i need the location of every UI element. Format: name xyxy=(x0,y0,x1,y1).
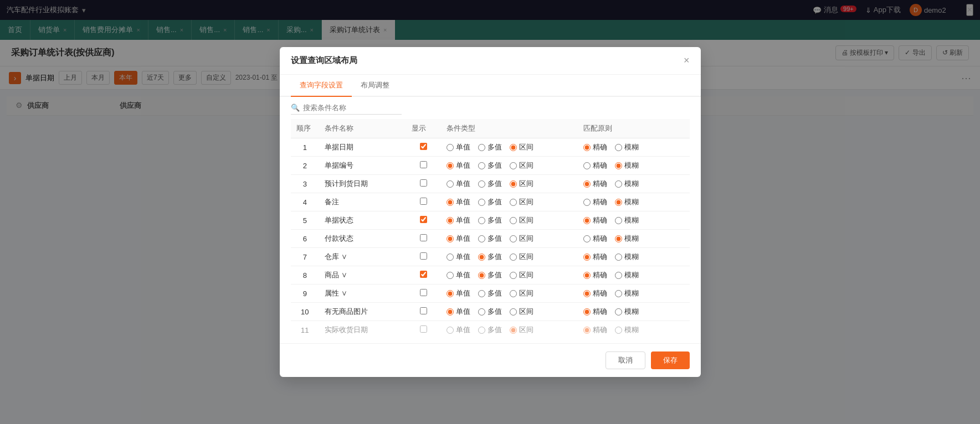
row-9-match-exact[interactable]: 精确 xyxy=(583,307,607,317)
row-6-type-single[interactable]: 单值 xyxy=(447,252,470,262)
row-8-type-single[interactable]: 单值 xyxy=(447,288,470,298)
row-5-type-range[interactable]: 区间 xyxy=(510,234,533,244)
th-type: 条件类型 xyxy=(441,119,578,138)
table-row: 7仓库 ∨单值多值区间精确模糊 xyxy=(291,248,690,266)
row-2-name: 预计到货日期 xyxy=(319,175,406,193)
row-8-show-checkbox[interactable] xyxy=(420,289,427,296)
row-6-show-checkbox[interactable] xyxy=(420,252,427,260)
row-4-match-fuzzy[interactable]: 模糊 xyxy=(615,215,639,225)
row-1-show-cell xyxy=(406,157,441,175)
row-2-match-exact[interactable]: 精确 xyxy=(583,179,607,189)
row-2-match-fuzzy[interactable]: 模糊 xyxy=(615,179,639,189)
row-2-type-range[interactable]: 区间 xyxy=(510,179,533,189)
row-9-match-fuzzy[interactable]: 模糊 xyxy=(615,307,639,317)
row-1-type-single[interactable]: 单值 xyxy=(447,161,470,170)
row-3-order: 4 xyxy=(291,193,320,211)
row-5-match-cell: 精确模糊 xyxy=(578,230,690,248)
table-row: 1单据日期单值多值区间精确模糊 xyxy=(291,138,690,157)
row-0-show-checkbox[interactable] xyxy=(420,143,427,150)
row-1-show-checkbox[interactable] xyxy=(420,161,427,168)
row-7-show-checkbox[interactable] xyxy=(420,271,427,278)
table-row: 10有无商品图片单值多值区间精确模糊 xyxy=(291,303,690,321)
row-9-type-range[interactable]: 区间 xyxy=(510,307,533,317)
dialog-tabs: 查询字段设置 布局调整 xyxy=(280,75,701,97)
row-7-type-single[interactable]: 单值 xyxy=(447,270,470,280)
dialog-close-button[interactable]: × xyxy=(684,55,690,66)
row-7-match-fuzzy[interactable]: 模糊 xyxy=(615,270,639,280)
row-10-type-single[interactable]: 单值 xyxy=(447,325,470,335)
row-3-match-cell: 精确模糊 xyxy=(578,193,690,211)
row-9-type-single[interactable]: 单值 xyxy=(447,307,470,317)
row-9-type-multi[interactable]: 多值 xyxy=(478,307,502,317)
row-10-type-range[interactable]: 区间 xyxy=(510,325,533,335)
row-4-match-cell: 精确模糊 xyxy=(578,211,690,230)
row-5-type-single[interactable]: 单值 xyxy=(447,234,470,244)
row-10-type-multi[interactable]: 多值 xyxy=(478,325,502,335)
row-2-type-single[interactable]: 单值 xyxy=(447,179,470,189)
row-4-type-multi[interactable]: 多值 xyxy=(478,215,502,225)
row-4-type-range[interactable]: 区间 xyxy=(510,215,533,225)
table-row: 2单据编号单值多值区间精确模糊 xyxy=(291,157,690,175)
row-6-name: 仓库 ∨ xyxy=(319,248,406,266)
th-show: 显示 xyxy=(406,119,441,138)
row-4-show-checkbox[interactable] xyxy=(420,216,427,223)
row-10-name: 实际收货日期 xyxy=(319,321,406,339)
row-3-type-cell: 单值多值区间 xyxy=(441,193,578,211)
row-7-order: 8 xyxy=(291,266,320,285)
row-0-type-cell: 单值多值区间 xyxy=(441,138,578,157)
row-10-match-fuzzy[interactable]: 模糊 xyxy=(615,325,639,335)
row-6-type-multi[interactable]: 多值 xyxy=(478,252,502,262)
dialog-header: 设置查询区域布局 × xyxy=(280,47,701,75)
row-3-show-checkbox[interactable] xyxy=(420,198,427,205)
row-0-match-fuzzy[interactable]: 模糊 xyxy=(615,142,639,152)
row-8-type-range[interactable]: 区间 xyxy=(510,288,533,298)
row-7-type-range[interactable]: 区间 xyxy=(510,270,533,280)
row-1-order: 2 xyxy=(291,157,320,175)
row-1-match-fuzzy[interactable]: 模糊 xyxy=(615,161,639,170)
row-3-match-fuzzy[interactable]: 模糊 xyxy=(615,197,639,207)
cancel-button[interactable]: 取消 xyxy=(606,351,645,366)
row-4-name: 单据状态 xyxy=(319,211,406,230)
row-5-show-checkbox[interactable] xyxy=(420,234,427,241)
row-6-match-fuzzy[interactable]: 模糊 xyxy=(615,252,639,262)
row-9-show-checkbox[interactable] xyxy=(420,307,427,314)
row-3-match-exact[interactable]: 精确 xyxy=(583,197,607,207)
row-4-type-cell: 单值多值区间 xyxy=(441,211,578,230)
row-0-type-multi[interactable]: 多值 xyxy=(478,142,502,152)
row-9-match-cell: 精确模糊 xyxy=(578,303,690,321)
row-1-type-range[interactable]: 区间 xyxy=(510,161,533,170)
row-1-match-exact[interactable]: 精确 xyxy=(583,161,607,170)
row-1-type-multi[interactable]: 多值 xyxy=(478,161,502,170)
search-input[interactable] xyxy=(303,104,392,112)
row-0-type-single[interactable]: 单值 xyxy=(447,142,470,152)
row-8-type-multi[interactable]: 多值 xyxy=(478,288,502,298)
row-6-match-exact[interactable]: 精确 xyxy=(583,252,607,262)
row-8-match-exact[interactable]: 精确 xyxy=(583,288,607,298)
tab-fields-label: 查询字段设置 xyxy=(300,81,343,89)
row-2-show-checkbox[interactable] xyxy=(420,179,427,187)
tab-layout[interactable]: 布局调整 xyxy=(352,75,398,97)
row-0-type-range[interactable]: 区间 xyxy=(510,142,533,152)
row-7-type-multi[interactable]: 多值 xyxy=(478,270,502,280)
row-7-match-exact[interactable]: 精确 xyxy=(583,270,607,280)
row-0-name: 单据日期 xyxy=(319,138,406,157)
row-2-type-multi[interactable]: 多值 xyxy=(478,179,502,189)
row-4-match-exact[interactable]: 精确 xyxy=(583,215,607,225)
row-3-type-multi[interactable]: 多值 xyxy=(478,197,502,207)
row-8-order: 9 xyxy=(291,285,320,303)
row-5-match-fuzzy[interactable]: 模糊 xyxy=(615,234,639,244)
row-6-type-range[interactable]: 区间 xyxy=(510,252,533,262)
row-6-type-cell: 单值多值区间 xyxy=(441,248,578,266)
table-row: 3预计到货日期单值多值区间精确模糊 xyxy=(291,175,690,193)
row-10-match-exact[interactable]: 精确 xyxy=(583,325,607,335)
row-8-match-fuzzy[interactable]: 模糊 xyxy=(615,288,639,298)
row-3-type-single[interactable]: 单值 xyxy=(447,197,470,207)
row-5-match-exact[interactable]: 精确 xyxy=(583,234,607,244)
row-3-type-range[interactable]: 区间 xyxy=(510,197,533,207)
tab-fields[interactable]: 查询字段设置 xyxy=(291,75,352,97)
row-0-match-exact[interactable]: 精确 xyxy=(583,142,607,152)
row-4-type-single[interactable]: 单值 xyxy=(447,215,470,225)
row-10-show-checkbox[interactable] xyxy=(420,325,427,333)
save-button[interactable]: 保存 xyxy=(651,351,690,366)
row-5-type-multi[interactable]: 多值 xyxy=(478,234,502,244)
